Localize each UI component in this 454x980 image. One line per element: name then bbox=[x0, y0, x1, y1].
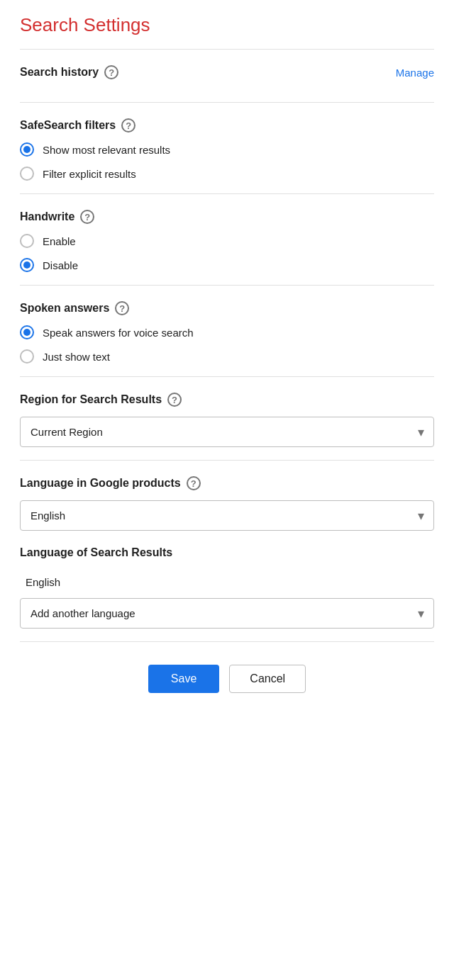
spoken-answers-help-icon[interactable]: ? bbox=[115, 301, 129, 315]
search-history-header: Search history ? Manage bbox=[20, 65, 434, 79]
section-handwrite: Handwrite ? Enable Disable bbox=[20, 194, 434, 285]
region-help-icon[interactable]: ? bbox=[167, 393, 182, 407]
safesearch-radio-dot-relevant bbox=[23, 146, 31, 153]
safesearch-option-relevant[interactable]: Show most relevant results bbox=[20, 142, 434, 157]
spoken-answers-header: Spoken answers ? bbox=[20, 301, 434, 315]
language-search-subsection: Language of Search Results English Add a… bbox=[20, 546, 434, 629]
safesearch-header: SafeSearch filters ? bbox=[20, 118, 434, 133]
spoken-answers-option-text[interactable]: Just show text bbox=[20, 349, 434, 364]
region-title: Region for Search Results bbox=[20, 393, 162, 406]
search-history-title: Search history bbox=[20, 66, 99, 79]
handwrite-option-enable[interactable]: Enable bbox=[20, 234, 434, 248]
search-history-help-icon[interactable]: ? bbox=[104, 65, 118, 79]
add-language-dropdown[interactable]: Add another language Spanish French Germ… bbox=[20, 598, 434, 629]
safesearch-label-filter: Filter explicit results bbox=[43, 168, 136, 180]
section-language-google: Language in Google products ? English Sp… bbox=[20, 461, 434, 641]
region-dropdown-wrapper: Current Region United States United King… bbox=[20, 417, 434, 447]
save-button[interactable]: Save bbox=[148, 665, 219, 693]
spoken-answers-label-speak: Speak answers for voice search bbox=[43, 327, 194, 339]
language-search-current: English bbox=[20, 569, 434, 598]
region-header: Region for Search Results ? bbox=[20, 393, 434, 407]
handwrite-header: Handwrite ? bbox=[20, 210, 434, 224]
section-region: Region for Search Results ? Current Regi… bbox=[20, 377, 434, 460]
handwrite-radio-dot-disable bbox=[23, 261, 31, 269]
page-title: Search Settings bbox=[20, 14, 434, 36]
safesearch-help-icon[interactable]: ? bbox=[121, 118, 135, 133]
divider-bottom bbox=[20, 641, 434, 642]
button-row: Save Cancel bbox=[20, 665, 434, 693]
language-google-title: Language in Google products bbox=[20, 477, 181, 490]
section-spoken-answers: Spoken answers ? Speak answers for voice… bbox=[20, 286, 434, 376]
spoken-answers-title: Spoken answers bbox=[20, 302, 109, 315]
language-google-dropdown-wrapper: English Spanish French German Chinese Ja… bbox=[20, 500, 434, 531]
cancel-button[interactable]: Cancel bbox=[229, 665, 306, 693]
language-search-title: Language of Search Results bbox=[20, 546, 172, 559]
spoken-answers-label-text: Just show text bbox=[43, 351, 110, 363]
spoken-answers-radio-text bbox=[20, 349, 34, 364]
handwrite-title: Handwrite bbox=[20, 210, 74, 223]
safesearch-radio-filter bbox=[20, 167, 34, 181]
spoken-answers-radio-group: Speak answers for voice search Just show… bbox=[20, 325, 434, 364]
language-google-help-icon[interactable]: ? bbox=[187, 476, 201, 490]
safesearch-radio-relevant bbox=[20, 142, 34, 157]
handwrite-label-enable: Enable bbox=[43, 235, 76, 247]
section-search-history: Search history ? Manage bbox=[20, 50, 434, 102]
handwrite-radio-disable bbox=[20, 258, 34, 272]
language-google-dropdown[interactable]: English Spanish French German Chinese Ja… bbox=[20, 500, 434, 531]
region-dropdown[interactable]: Current Region United States United King… bbox=[20, 417, 434, 447]
handwrite-help-icon[interactable]: ? bbox=[80, 210, 94, 224]
spoken-answers-radio-speak bbox=[20, 325, 34, 339]
safesearch-radio-group: Show most relevant results Filter explic… bbox=[20, 142, 434, 181]
language-google-header: Language in Google products ? bbox=[20, 476, 434, 490]
section-safesearch: SafeSearch filters ? Show most relevant … bbox=[20, 103, 434, 193]
language-search-header: Language of Search Results bbox=[20, 546, 434, 559]
handwrite-label-disable: Disable bbox=[43, 259, 78, 271]
manage-link[interactable]: Manage bbox=[396, 67, 434, 79]
safesearch-option-filter[interactable]: Filter explicit results bbox=[20, 167, 434, 181]
page-container: Search Settings Search history ? Manage … bbox=[0, 0, 454, 721]
handwrite-radio-group: Enable Disable bbox=[20, 234, 434, 272]
safesearch-title: SafeSearch filters bbox=[20, 119, 116, 132]
handwrite-option-disable[interactable]: Disable bbox=[20, 258, 434, 272]
spoken-answers-option-speak[interactable]: Speak answers for voice search bbox=[20, 325, 434, 339]
safesearch-label-relevant: Show most relevant results bbox=[43, 144, 170, 156]
handwrite-radio-enable bbox=[20, 234, 34, 248]
add-language-dropdown-wrapper: Add another language Spanish French Germ… bbox=[20, 598, 434, 629]
search-history-title-group: Search history ? bbox=[20, 65, 118, 79]
spoken-answers-radio-dot-speak bbox=[23, 329, 31, 336]
